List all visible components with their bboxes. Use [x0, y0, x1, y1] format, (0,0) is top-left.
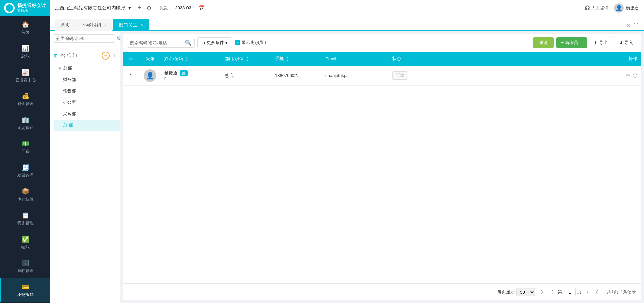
settlement-icon: ✅	[22, 235, 29, 243]
sidebar-item-home[interactable]: 🏠 首页	[0, 16, 50, 40]
calendar-icon[interactable]: 📅	[198, 5, 205, 11]
per-page-selector: 每页显示 50 100 200	[497, 288, 535, 296]
import-button[interactable]: ⬇ 导入	[615, 37, 637, 48]
capital-icon: 💰	[22, 92, 29, 100]
edit-employee-button[interactable]: ✏	[626, 72, 630, 79]
show-resigned-checkbox[interactable]: ✓	[235, 40, 240, 45]
tab-home[interactable]: 首页	[55, 19, 76, 31]
export-button[interactable]: ⬆ 导出	[590, 37, 612, 48]
sidebar-item-tax-label: 税务管理	[17, 220, 34, 226]
sidebar-item-fixed-assets[interactable]: 🏢 固定资产	[0, 112, 50, 135]
prev-page-button[interactable]: ⟨	[548, 288, 556, 296]
emp-search-input[interactable]	[130, 40, 183, 45]
col-header-phone[interactable]: 手机 ▲▼	[271, 52, 321, 66]
content-area: 首页 小畅报销 × 部门员工 × ✕ ⛶ 🔍	[50, 16, 644, 303]
export-label: 导出	[599, 40, 608, 46]
sidebar-item-capital[interactable]: 💰 资金管理	[0, 88, 50, 112]
tab-window-actions: ✕ ⛶	[626, 23, 639, 30]
sidebar-item-settlement-label: 结账	[21, 244, 30, 250]
top-actions: + ⚙ 账期 2023-03 📅	[138, 4, 205, 12]
sidebar-item-payroll[interactable]: 💵 工资	[0, 135, 50, 159]
dept-item-zongbu[interactable]: ▼ 总部	[54, 62, 120, 74]
top-bar: 畅捷通好会计 旗舰版 江西服宝精品有限责任公司内账张 ▼ + ⚙ 账期 2023…	[0, 0, 644, 16]
sidebar-item-tax[interactable]: 📋 税务管理	[0, 207, 50, 231]
dept-tree: ⊞ 全部部门 ✏ 《 ▼ 总部 财务部	[50, 46, 120, 303]
app-edition: 旗舰版	[17, 8, 46, 13]
user-area[interactable]: 👤 畅捷通	[614, 3, 639, 13]
row-name-cell: 畅捷通 部 0	[160, 66, 221, 86]
sidebar-item-capital-label: 资金管理	[17, 101, 34, 107]
tab-dept-emp-label: 部门员工	[119, 22, 138, 28]
import-label: 导入	[624, 40, 633, 46]
sidebar-item-archive[interactable]: 🗄️ 归档管理	[0, 255, 50, 278]
row-status: 正常	[388, 66, 429, 86]
logout-employee-button[interactable]: ⬡	[633, 72, 637, 79]
logo-area: 畅捷通好会计 旗舰版	[0, 0, 50, 16]
export-icon: ⬆	[594, 40, 598, 45]
add-tab-button[interactable]: +	[138, 4, 141, 11]
last-page-button[interactable]: ⟩⟩	[593, 288, 601, 296]
col-header-settings[interactable]: ⚙	[123, 52, 140, 66]
tab-dept-emp[interactable]: 部门员工 ×	[113, 19, 149, 31]
expense-icon: 💳	[22, 283, 29, 291]
dept-zongbu-parent: ▼ 总部 财务部 销售部 办公室 采购部 总 部	[50, 62, 120, 131]
sidebar-item-expense[interactable]: 💳 小畅报销	[0, 278, 50, 302]
page-label-pre: 第	[558, 289, 562, 295]
next-page-button[interactable]: ⟩	[583, 288, 591, 296]
pagination: 每页显示 50 100 200 ⟨⟨ ⟨ 第 页 ⟩	[123, 283, 641, 300]
dept-item-xiaoshou[interactable]: 销售部	[54, 85, 120, 97]
add-employee-button[interactable]: + 新增员工	[556, 37, 587, 48]
employee-table: ⚙ 头像 姓名/编码 ▲▼ 部门/职位	[123, 52, 641, 283]
service-button[interactable]: 🎧 人工咨询	[585, 5, 609, 11]
dept-zongbu-label: 总部	[63, 65, 72, 71]
period-value: 2023-03	[175, 5, 191, 10]
sidebar-item-general-ledger[interactable]: 📊 总账	[0, 40, 50, 64]
more-filter-label: 更多条件	[207, 40, 224, 46]
emp-search-wrap: 🔍	[127, 38, 195, 48]
tab-expense[interactable]: 小畅报销 ×	[76, 19, 112, 31]
close-window-button[interactable]: ✕	[626, 23, 631, 29]
company-name: 江西服宝精品有限责任公司内账张	[55, 5, 125, 11]
tab-dept-emp-close[interactable]: ×	[141, 23, 143, 28]
page-content: 🔍 ⊞ 全部部门 ✏ 《	[50, 31, 644, 303]
more-filter-button[interactable]: ⊿ 更多条件 ▾	[197, 37, 232, 48]
row-email: chanjethkj...	[321, 66, 388, 86]
tax-icon: 📋	[22, 212, 29, 219]
dept-all-header-left: ⊞ 全部部门	[54, 53, 77, 59]
page-label-post: 页	[577, 289, 581, 295]
dept-item-zongbu2[interactable]: 总 部	[54, 120, 120, 131]
col-header-dept[interactable]: 部门/职位 ▲▼	[221, 52, 271, 66]
ledger-icon: 📊	[22, 45, 29, 52]
dept-item-caigou[interactable]: 采购部	[54, 108, 120, 120]
col-header-name[interactable]: 姓名/编码 ▲▼	[160, 52, 221, 66]
dept-all-header[interactable]: ⊞ 全部部门 ✏ 《	[50, 49, 120, 62]
settings-button[interactable]: ⚙	[146, 4, 152, 12]
sidebar-item-invoice[interactable]: 🧾 发票管理	[0, 159, 50, 183]
tab-expense-close[interactable]: ×	[104, 23, 107, 28]
headset-icon: 🎧	[585, 5, 590, 10]
col-header-status: 状态	[388, 52, 429, 66]
name-sort-icon: ▲▼	[185, 56, 189, 62]
company-selector[interactable]: 江西服宝精品有限责任公司内账张 ▼	[55, 5, 132, 11]
first-page-button[interactable]: ⟨⟨	[538, 288, 546, 296]
per-page-label: 每页显示	[497, 289, 515, 295]
dept-collapse-button[interactable]: 《	[112, 53, 116, 59]
invite-button[interactable]: 邀请	[533, 37, 554, 48]
per-page-select[interactable]: 50 100 200	[516, 288, 535, 296]
sidebar-item-inventory[interactable]: 📦 库存核算	[0, 183, 50, 207]
grid-icon: ⊞	[54, 53, 58, 58]
emp-search-icon[interactable]: 🔍	[185, 40, 192, 46]
tab-home-label: 首页	[61, 22, 70, 28]
dept-edit-button[interactable]: ✏	[102, 52, 110, 60]
top-right: 🎧 人工咨询 👤 畅捷通	[585, 3, 639, 13]
sidebar-item-reports[interactable]: 📈 云报表中心	[0, 64, 50, 88]
row-avatar: 👤	[140, 66, 160, 86]
sidebar-item-settlement[interactable]: ✅ 结账	[0, 231, 50, 255]
dept-search-icon[interactable]: 🔍	[117, 35, 120, 42]
dept-search-input[interactable]	[53, 34, 115, 43]
dept-item-caiwu[interactable]: 财务部	[54, 74, 120, 85]
emp-code: 0	[164, 77, 217, 81]
page-input[interactable]	[564, 288, 576, 296]
dept-item-bangong[interactable]: 办公室	[54, 97, 120, 108]
maximize-window-button[interactable]: ⛶	[633, 23, 639, 29]
